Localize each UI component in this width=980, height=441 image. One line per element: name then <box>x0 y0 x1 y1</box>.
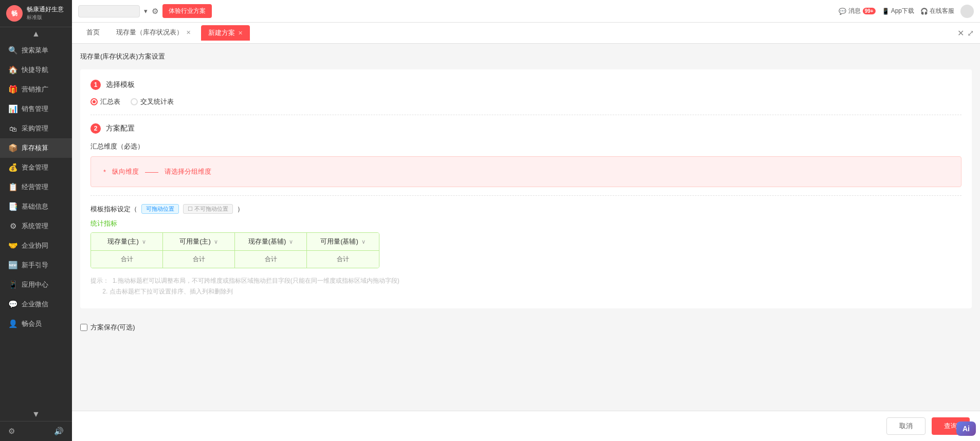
tab-minimize-btn[interactable]: ✕ <box>957 28 964 38</box>
checkbox-icon: ☐ <box>188 206 193 212</box>
sidebar-item-wechat[interactable]: 💬 企业微信 <box>0 295 72 314</box>
topbar-message[interactable]: 💬 消息 99+ <box>839 7 876 15</box>
sidebar-item-operation[interactable]: 📋 经营管理 <box>0 177 72 197</box>
dim-area: * 纵向维度 —— 请选择分组维度 <box>90 156 961 187</box>
indicator-label-text: 模板指标设定（ <box>90 205 137 214</box>
bag-icon: 🛍 <box>8 124 17 133</box>
indicator-section: 模板指标设定（ 可拖动位置 ☐ 不可拖动位置 ） 统计指标 现存量(主) <box>90 204 961 296</box>
tips-section: 提示： 1.拖动标题栏可以调整布局，不可跨维度或指标区域拖动拦目字段(只能在同一… <box>90 277 961 296</box>
sidebar-item-purchase[interactable]: 🛍 采购管理 <box>0 119 72 138</box>
dim-required-mark: * <box>103 168 106 176</box>
sidebar-item-label-system: 系统管理 <box>22 222 48 231</box>
stats-col-1: 现存量(主) ∨ 合计 <box>91 233 163 268</box>
chevron-3-icon[interactable]: ∨ <box>289 238 293 245</box>
topbar-search-input[interactable] <box>78 5 140 17</box>
non-draggable-badge: ☐ 不可拖动位置 <box>183 204 233 214</box>
app-sub: 标准版 <box>27 14 64 21</box>
radio-cross[interactable]: 交叉统计表 <box>131 97 174 106</box>
sidebar-item-agreement[interactable]: 🤝 企业协同 <box>0 236 72 255</box>
radio-summary[interactable]: 汇总表 <box>90 97 120 106</box>
sidebar-item-label-operation: 经营管理 <box>22 182 48 192</box>
user-avatar <box>960 5 974 18</box>
tab-new-close[interactable]: ✕ <box>238 30 243 36</box>
tip-1: 提示： 1.拖动标题栏可以调整布局，不可跨维度或指标区域拖动拦目字段(只能在同一… <box>90 277 961 285</box>
logo-text-block: 畅康通好生意 标准版 <box>27 6 64 21</box>
tab-new-plan-label: 新建方案 <box>208 28 235 38</box>
step1-badge: 1 <box>90 80 101 90</box>
sidebar-item-apps[interactable]: 📱 应用中心 <box>0 275 72 295</box>
step1-header: 1 选择模板 <box>90 80 961 90</box>
stats-header-cell-1[interactable]: 现存量(主) ∨ <box>91 233 162 251</box>
template-options: 汇总表 交叉统计表 <box>90 97 961 106</box>
sidebar-item-finance[interactable]: 💰 资金管理 <box>0 158 72 177</box>
stats-header-cell-3[interactable]: 现存量(基辅) ∨ <box>235 233 306 251</box>
sidebar-item-label-member: 畅会员 <box>22 319 42 328</box>
topbar: ▾ ⚙ 体验行业方案 💬 消息 99+ 📱 App下载 🎧 在线客服 <box>72 0 980 23</box>
stats-col-4-label: 可用量(基辅) <box>320 237 358 246</box>
page-content: 现存量(库存状况表)方案设置 1 选择模板 汇总表 交叉统计表 2 <box>72 44 980 411</box>
money-icon: 💰 <box>8 163 17 172</box>
topbar-user[interactable] <box>960 5 974 18</box>
page-title: 现存量(库存状况表)方案设置 <box>80 52 972 61</box>
stats-title: 统计指标 <box>90 219 961 228</box>
footer-settings-btn[interactable]: ⚙ <box>8 427 15 436</box>
topbar-trial-btn[interactable]: 体验行业方案 <box>162 4 212 18</box>
search-icon: 🔍 <box>8 46 17 55</box>
chevron-1-icon[interactable]: ∨ <box>142 238 146 245</box>
tab-maximize-btn[interactable]: ⤢ <box>967 28 974 38</box>
chevron-4-icon[interactable]: ∨ <box>361 238 366 245</box>
ai-badge[interactable]: Ai <box>956 421 976 436</box>
stats-header-cell-4[interactable]: 可用量(基辅) ∨ <box>307 233 379 251</box>
sidebar-item-search[interactable]: 🔍 搜索菜单 <box>0 41 72 60</box>
sidebar-item-label-purchase: 采购管理 <box>22 124 48 133</box>
radio-summary-circle <box>90 98 98 105</box>
dim-label: 汇总维度（必选） <box>90 142 961 151</box>
topbar-app-download[interactable]: 📱 App下载 <box>882 7 914 15</box>
box-icon: 📦 <box>8 143 17 153</box>
sidebar-item-label-marketing: 营销推广 <box>22 85 48 94</box>
online-service-label: 在线客服 <box>930 7 954 15</box>
sidebar-item-label-agreement: 企业协同 <box>22 241 48 250</box>
sidebar-item-label-basic: 基础信息 <box>22 202 48 211</box>
sidebar-item-member[interactable]: 👤 畅会员 <box>0 314 72 334</box>
tab-home[interactable]: 首页 <box>78 23 108 43</box>
dim-section: 汇总维度（必选） * 纵向维度 —— 请选择分组维度 <box>90 142 961 187</box>
app-download-label: App下载 <box>891 7 914 15</box>
phone-icon: 📱 <box>8 280 17 289</box>
sidebar-item-label-finance: 资金管理 <box>22 163 48 172</box>
sidebar-logo: 畅 畅康通好生意 标准版 <box>0 0 72 27</box>
sidebar-item-label-apps: 应用中心 <box>22 280 48 289</box>
dim-dash: —— <box>145 168 158 176</box>
topbar-online-service[interactable]: 🎧 在线客服 <box>920 7 954 15</box>
sidebar-item-guide[interactable]: 🆕 新手引导 <box>0 255 72 275</box>
message-label: 消息 <box>848 7 861 15</box>
gift-icon: 🎁 <box>8 85 17 94</box>
gear-icon: ⚙ <box>8 222 17 231</box>
cancel-button[interactable]: 取消 <box>886 417 925 435</box>
save-checkbox[interactable] <box>80 324 87 331</box>
topbar-dropdown-btn[interactable]: ▾ <box>144 7 148 15</box>
step2-badge: 2 <box>90 123 101 134</box>
stats-header-cell-2[interactable]: 可用量(主) ∨ <box>163 233 234 251</box>
tab-inventory-status[interactable]: 现存量（库存状况表） ✕ <box>108 23 199 43</box>
clipboard-icon: 📋 <box>8 182 17 192</box>
sidebar-item-marketing[interactable]: 🎁 营销推广 <box>0 80 72 99</box>
sidebar-item-shortcut[interactable]: 🏠 快捷导航 <box>0 60 72 80</box>
main-area: ▾ ⚙ 体验行业方案 💬 消息 99+ 📱 App下载 🎧 在线客服 <box>72 0 980 441</box>
sidebar-item-system[interactable]: ⚙ 系统管理 <box>0 216 72 236</box>
sidebar-item-sales[interactable]: 📊 销售管理 <box>0 99 72 119</box>
topbar-gear-btn[interactable]: ⚙ <box>152 7 158 16</box>
sidebar-scroll-down[interactable]: ▼ <box>0 408 72 421</box>
tab-inventory-close[interactable]: ✕ <box>186 29 191 36</box>
home-icon: 🏠 <box>8 65 17 75</box>
message-badge: 99+ <box>863 8 876 14</box>
sidebar-item-basic[interactable]: 📑 基础信息 <box>0 197 72 216</box>
tab-new-plan[interactable]: 新建方案 ✕ <box>201 25 250 41</box>
sidebar-item-inventory[interactable]: 📦 库存核算 <box>0 138 72 158</box>
chevron-2-icon[interactable]: ∨ <box>214 238 218 245</box>
footer-audio-btn[interactable]: 🔊 <box>54 427 64 436</box>
dim-placeholder[interactable]: 请选择分组维度 <box>165 167 211 176</box>
stats-col-1-label: 现存量(主) <box>107 237 139 246</box>
sidebar-scroll-up[interactable]: ▲ <box>0 27 72 41</box>
stats-col-3-label: 现存量(基辅) <box>248 237 286 246</box>
